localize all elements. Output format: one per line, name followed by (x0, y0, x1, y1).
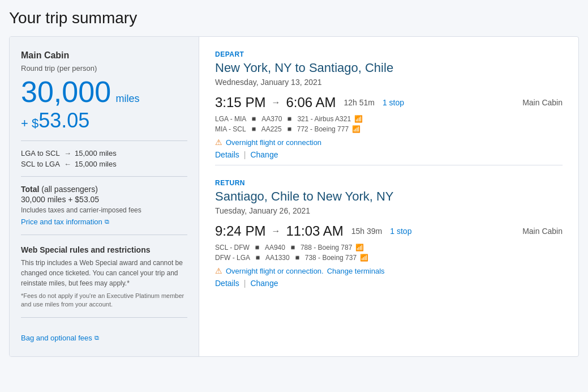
page-title: Your trip summary (9, 9, 579, 27)
depart-stops: 1 stop (383, 98, 404, 107)
total-all: (all passengers) (41, 185, 98, 194)
depart-label: DEPART (215, 50, 563, 58)
seg2-airline: AA225 (261, 125, 282, 133)
cabin-label: Main Cabin (21, 50, 187, 61)
depart-route-title: New York, NY to Santiago, Chile (215, 61, 563, 75)
ret-seg1-airports: SCL - DFW (215, 244, 250, 252)
depart-duration: 12h 51m (344, 98, 374, 107)
web-special-body: This trip includes a Web Special award a… (21, 258, 187, 288)
return-overnight-text: Overnight flight or connection. (226, 267, 324, 275)
ret-seg1-airline: AA940 (265, 244, 285, 252)
return-arrow-icon: → (271, 226, 280, 236)
return-details-link[interactable]: Details (215, 279, 239, 288)
warning-triangle-icon: ⚠ (215, 138, 222, 147)
route-row-2: SCL to LGA ← 15,000 miles (21, 160, 187, 168)
route-row-1: LGA to SCL → 15,000 miles (21, 149, 187, 157)
depart-segment-2: MIA - SCL ◾ AA225 ◾ 772 - Boeing 777 📶 (215, 125, 563, 133)
round-trip-label: Round trip (per person) (21, 64, 187, 73)
seg2-airports: MIA - SCL (215, 125, 246, 133)
route-miles-1: 15,000 miles (75, 149, 117, 157)
seg1-aircraft: 321 - Airbus A321 (297, 115, 351, 123)
return-actions: Details | Change (215, 279, 563, 288)
return-label: RETURN (215, 179, 563, 187)
routes-section: LGA to SCL → 15,000 miles SCL to LGA ← 1… (21, 149, 187, 168)
includes-text: Includes taxes and carrier-imposed fees (21, 206, 187, 214)
ret-seg2-aircraft: 738 - Boeing 737 (305, 254, 357, 262)
route-name-2: SCL to LGA (21, 160, 61, 168)
return-route-title: Santiago, Chile to New York, NY (215, 189, 563, 204)
external-link-icon: ⧉ (105, 218, 109, 225)
route-arrow-2: ← (64, 160, 71, 168)
seg1-airline: AA370 (261, 115, 282, 123)
return-section: RETURN Santiago, Chile to New York, NY T… (215, 165, 563, 288)
depart-depart-time: 3:15 PM (215, 95, 265, 110)
fee-value: 53.05 (38, 109, 89, 132)
fee-prefix: + $ (21, 116, 38, 130)
total-label: Total (all passengers) (21, 185, 187, 194)
trip-summary-card: Main Cabin Round trip (per person) 30,00… (9, 36, 579, 357)
return-segment-1: SCL - DFW ◾ AA940 ◾ 788 - Boeing 787 📶 (215, 244, 563, 252)
fee-amount: + $53.05 (21, 109, 187, 133)
route-arrow-1: → (64, 149, 71, 157)
web-special-section: Web Special rules and restrictions This … (21, 245, 187, 309)
return-arrive-time: 11:03 AM (286, 223, 343, 239)
depart-date: Wednesday, January 13, 2021 (215, 78, 563, 87)
miles-amount: 30,000 (21, 75, 111, 108)
seg1-wifi-icon: 📶 (354, 115, 363, 123)
return-change-link[interactable]: Change (250, 279, 278, 288)
seg2-aircraft: 772 - Boeing 777 (297, 125, 349, 133)
ret-seg1-wifi-icon: 📶 (355, 244, 364, 252)
return-overnight-warning: ⚠ Overnight flight or connection. Change… (215, 266, 563, 275)
change-terminals-link[interactable]: Change terminals (327, 267, 385, 275)
total-section: Total (all passengers) 30,000 miles + $5… (21, 185, 187, 227)
depart-details-link[interactable]: Details (215, 150, 239, 159)
route-miles-2: 15,000 miles (75, 160, 117, 168)
return-stops: 1 stop (390, 227, 411, 236)
ret-seg2-wifi-icon: 📶 (360, 254, 368, 262)
divider-1 (21, 140, 187, 141)
miles-word: miles (116, 93, 140, 104)
price-tax-link[interactable]: Price and tax information ⧉ (21, 218, 109, 226)
bag-fees-ext-icon: ⧉ (95, 334, 99, 342)
depart-section: DEPART New York, NY to Santiago, Chile W… (215, 50, 563, 159)
ret-seg2-airports: DFW - LGA (215, 254, 250, 262)
overnight-text: Overnight flight or connection (226, 138, 321, 147)
depart-arrow-icon: → (271, 97, 280, 108)
right-panel: DEPART New York, NY to Santiago, Chile W… (199, 37, 578, 356)
depart-cabin: Main Cabin (522, 98, 563, 107)
return-warning-triangle-icon: ⚠ (215, 266, 222, 275)
web-special-title: Web Special rules and restrictions (21, 245, 187, 254)
depart-times-row: 3:15 PM → 6:06 AM 12h 51m 1 stop Main Ca… (215, 95, 563, 110)
divider-2 (21, 176, 187, 177)
ret-seg1-aircraft: 788 - Boeing 787 (301, 244, 352, 252)
divider-4 (21, 317, 187, 318)
route-name-1: LGA to SCL (21, 149, 61, 157)
return-duration: 15h 39m (351, 227, 382, 236)
depart-actions: Details | Change (215, 150, 563, 159)
miles-row: 30,000 miles (21, 77, 187, 106)
divider-3 (21, 235, 187, 235)
depart-segment-1: LGA - MIA ◾ AA370 ◾ 321 - Airbus A321 📶 (215, 115, 563, 123)
depart-overnight-warning: ⚠ Overnight flight or connection (215, 138, 563, 147)
bag-fees-link[interactable]: Bag and optional fees ⧉ (21, 334, 99, 342)
left-panel: Main Cabin Round trip (per person) 30,00… (10, 37, 199, 356)
seg2-wifi-icon: 📶 (352, 125, 360, 133)
ret-seg2-airline: AA1330 (265, 254, 290, 262)
return-segment-2: DFW - LGA ◾ AA1330 ◾ 738 - Boeing 737 📶 (215, 254, 563, 262)
return-cabin: Main Cabin (522, 227, 563, 236)
depart-change-link[interactable]: Change (250, 150, 278, 159)
web-special-footnote: *Fees do not apply if you're an Executiv… (21, 292, 187, 309)
seg1-airports: LGA - MIA (215, 115, 246, 123)
return-depart-time: 9:24 PM (215, 223, 265, 239)
depart-arrive-time: 6:06 AM (286, 95, 336, 110)
return-date: Tuesday, January 26, 2021 (215, 206, 563, 215)
return-times-row: 9:24 PM → 11:03 AM 15h 39m 1 stop Main C… (215, 223, 563, 239)
total-value: 30,000 miles + $53.05 (21, 195, 187, 204)
